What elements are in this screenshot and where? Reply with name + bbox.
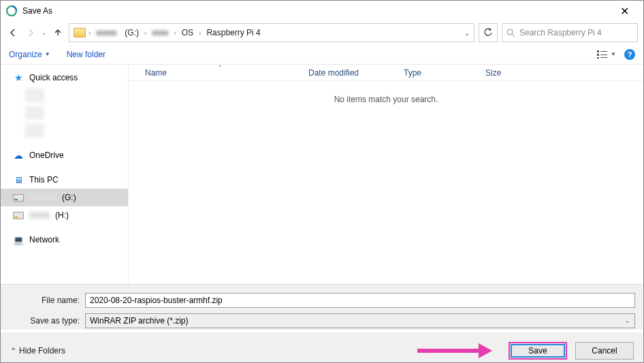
svg-rect-4 — [600, 51, 607, 52]
file-list-pane: ⌃ Name Date modified Type Size No items … — [129, 65, 643, 284]
app-icon — [6, 5, 17, 16]
sidebar-quick-access[interactable]: ★ Quick access — [1, 69, 128, 86]
chevron-up-icon: ⌃ — [10, 347, 16, 356]
search-input[interactable]: Search Raspberry Pi 4 — [502, 23, 638, 42]
window-title: Save As — [22, 6, 611, 16]
new-folder-button[interactable]: New folder — [67, 50, 106, 59]
refresh-button[interactable] — [479, 23, 498, 42]
help-button[interactable]: ? — [624, 49, 635, 60]
drive-icon — [13, 212, 24, 219]
nav-row: ⌄ › xxxxx (G:) › xxxx › OS › Raspberry P… — [1, 21, 643, 44]
svg-rect-7 — [597, 57, 599, 59]
column-date[interactable]: Date modified — [308, 68, 404, 78]
address-bar[interactable]: › xxxxx (G:) › xxxx › OS › Raspberry Pi … — [69, 23, 474, 42]
svg-rect-8 — [600, 57, 607, 58]
cloud-icon: ☁ — [13, 150, 24, 161]
view-options-button[interactable]: ▼ — [597, 50, 616, 59]
filename-input[interactable] — [85, 293, 635, 308]
cancel-button[interactable]: Cancel — [575, 342, 634, 360]
breadcrumb-item[interactable]: xxxxx — [93, 27, 119, 39]
column-headers[interactable]: ⌃ Name Date modified Type Size — [129, 65, 643, 81]
sidebar-this-pc[interactable]: 🖥 This PC — [1, 171, 128, 189]
search-placeholder: Search Raspberry Pi 4 — [519, 28, 602, 37]
breadcrumb-sep: › — [199, 29, 201, 37]
organize-menu[interactable]: Organize▼ — [9, 50, 50, 59]
hide-folders-toggle[interactable]: ⌃ Hide Folders — [10, 346, 65, 356]
breadcrumb-item[interactable]: xxxx — [149, 27, 171, 39]
search-icon — [506, 29, 515, 37]
save-form: File name: Save as type: WinRAR ZIP arch… — [1, 284, 643, 330]
star-icon: ★ — [13, 72, 24, 83]
sort-indicator-icon: ⌃ — [217, 64, 223, 71]
breadcrumb-sep: › — [88, 29, 91, 37]
svg-point-1 — [507, 29, 513, 35]
network-icon: 💻 — [13, 234, 24, 245]
column-name[interactable]: Name — [145, 68, 308, 78]
address-dropdown[interactable]: ⌄ — [464, 29, 470, 37]
recent-locations-button[interactable]: ⌄ — [42, 29, 47, 36]
dialog-footer: ⌃ Hide Folders Save Cancel — [1, 332, 643, 363]
forward-button — [24, 26, 37, 40]
close-button[interactable]: ✕ — [611, 5, 638, 18]
svg-line-2 — [512, 34, 515, 37]
svg-rect-3 — [597, 50, 599, 52]
annotation-arrow — [417, 347, 492, 355]
titlebar: Save As ✕ — [1, 1, 643, 21]
sidebar-drive-h[interactable]: (H:) — [1, 206, 128, 224]
breadcrumb-sep: › — [174, 29, 176, 37]
svg-rect-5 — [597, 54, 599, 56]
breadcrumb-item[interactable]: Raspberry Pi 4 — [204, 27, 263, 39]
sidebar-network[interactable]: 💻 Network — [1, 231, 128, 249]
breadcrumb-sep: › — [144, 29, 146, 37]
folder-icon — [74, 28, 86, 37]
column-type[interactable]: Type — [404, 68, 485, 78]
drive-icon — [13, 194, 24, 202]
sidebar: ★ Quick access ☁ OneDrive 🖥 This PC (G:) — [1, 65, 129, 284]
up-button[interactable] — [51, 26, 65, 40]
pc-icon: 🖥 — [13, 174, 24, 185]
sidebar-pinned-item[interactable] — [1, 86, 128, 104]
toolbar: Organize▼ New folder ▼ ? — [1, 44, 643, 65]
sidebar-drive-g[interactable]: (G:) — [1, 189, 128, 206]
save-button[interactable]: Save — [509, 342, 567, 360]
empty-state: No items match your search. — [129, 81, 643, 284]
sidebar-pinned-item[interactable] — [1, 104, 128, 122]
filetype-label: Save as type: — [9, 316, 85, 326]
svg-rect-6 — [600, 54, 607, 55]
filename-label: File name: — [9, 296, 85, 305]
breadcrumb-item[interactable]: (G:) — [122, 27, 142, 39]
filetype-select[interactable]: WinRAR ZIP archive (*.zip) ⌄ — [85, 313, 635, 328]
column-size[interactable]: Size — [485, 68, 540, 78]
sidebar-onedrive[interactable]: ☁ OneDrive — [1, 146, 128, 164]
breadcrumb-item[interactable]: OS — [179, 27, 196, 39]
sidebar-pinned-item[interactable] — [1, 122, 128, 140]
back-button[interactable] — [6, 26, 20, 40]
chevron-down-icon: ⌄ — [625, 317, 630, 324]
